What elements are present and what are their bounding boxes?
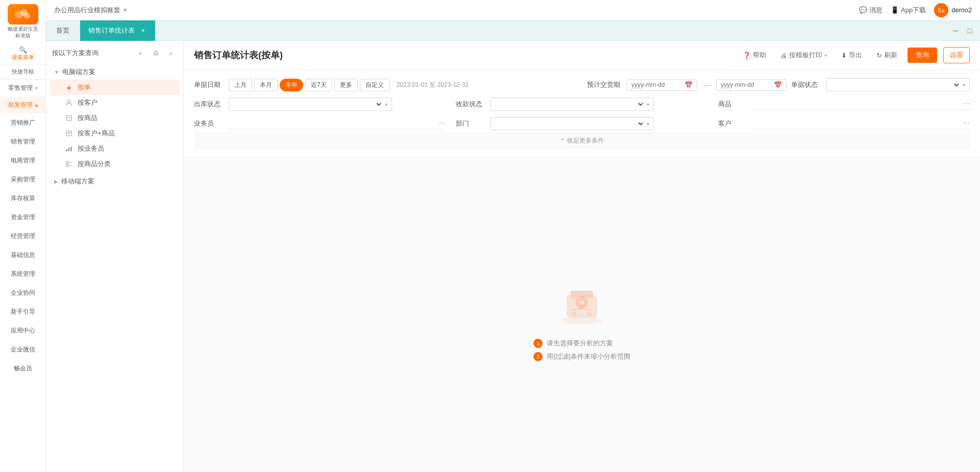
sidebar-item-ecommerce[interactable]: 电商管理	[0, 151, 45, 170]
page-title: 销售订单统计表(按单)	[194, 49, 283, 61]
collapse-panel-button[interactable]: «	[165, 47, 177, 59]
page-header-actions: ❓ 帮助 🖨 按模板打印 ▾ ⬇ 导出 ↻	[739, 47, 970, 63]
scheme-label-product: 按商品	[78, 113, 97, 123]
salesman-more-icon[interactable]: ···	[439, 119, 446, 128]
calendar-start-icon: 📅	[684, 81, 693, 89]
sidebar-item-marketing[interactable]: 营销推广	[0, 113, 45, 132]
goods-input[interactable]	[753, 100, 963, 107]
date-filter-group: 单据日期 上月 本月 本年 近7天 更多 自定义 2023-01-01 至 20…	[194, 79, 577, 91]
help-button[interactable]: ❓ 帮助	[739, 49, 770, 62]
sidebar-item-basics[interactable]: 基础信息	[0, 246, 45, 265]
sidebar-item-appcenter[interactable]: 应用中心	[0, 321, 45, 340]
user-profile[interactable]: Ea demo2	[934, 3, 972, 17]
scheme-label-order: 按单	[78, 83, 91, 92]
status-select[interactable]	[830, 81, 961, 89]
svg-point-2	[24, 13, 30, 19]
pay-status-select-wrap[interactable]: ▾	[491, 98, 654, 111]
expected-date-end[interactable]: 📅	[716, 79, 787, 91]
ship-status-select-wrap[interactable]: ▾	[229, 98, 392, 111]
pc-scheme-group-header[interactable]: ▼ 电脑端方案	[50, 64, 179, 80]
empty-tip-2: 2 用[过滤]条件来缩小分析范围	[533, 352, 630, 361]
sidebar-item-finance[interactable]: 资金管理	[0, 208, 45, 227]
svg-rect-12	[66, 161, 68, 163]
pay-status-select[interactable]	[495, 100, 645, 108]
sidebar-item-retail[interactable]: 零售管理 ▾	[0, 80, 45, 97]
collapse-bar[interactable]: ⌃ 收起更多条件	[194, 132, 970, 149]
active-tab[interactable]: 销售订单统计表 ×	[80, 20, 155, 41]
pay-dropdown-icon: ▾	[647, 102, 649, 107]
mobile-scheme-group-header[interactable]: ▶ 移动端方案	[50, 174, 179, 189]
logo: 畅捷通好生意 标准版	[0, 0, 45, 43]
dept-dropdown-icon: ▾	[647, 121, 649, 127]
scheme-item-by-product[interactable]: 按商品	[50, 110, 179, 126]
sidebar-item-member[interactable]: 畅会员	[0, 359, 45, 378]
sidebar-item-newbie[interactable]: 新手引导	[0, 302, 45, 321]
expected-date-end-input[interactable]	[721, 81, 772, 88]
query-button[interactable]: 查询	[908, 48, 937, 63]
export-button[interactable]: ⬇ 导出	[837, 49, 866, 62]
date-btn-custom[interactable]: 自定义	[360, 79, 389, 91]
minimize-button[interactable]: ─	[949, 25, 962, 37]
tip-text-1: 请先选择要分析的方案	[547, 339, 613, 348]
date-range-display: 2023-01-01 至 2023-12-31	[397, 81, 469, 89]
date-btn-7-days[interactable]: 近7天	[305, 79, 332, 91]
sidebar-item-system[interactable]: 系统管理	[0, 265, 45, 284]
sidebar-item-operations[interactable]: 经营管理	[0, 227, 45, 246]
sidebar-item-inventory[interactable]: 库存核算	[0, 189, 45, 208]
customer-input[interactable]	[753, 120, 963, 127]
tab-close-button[interactable]: ×	[139, 27, 147, 35]
download-label: App下载	[901, 6, 926, 15]
status-dropdown-icon: ▾	[963, 82, 965, 88]
filter-row-3: 业务员 ··· 部门 ▾	[194, 117, 970, 130]
app-download-action[interactable]: 📱 App下载	[891, 6, 926, 15]
home-tab[interactable]: 首页	[46, 20, 80, 41]
date-btn-more[interactable]: 更多	[334, 79, 358, 91]
expected-date-start-input[interactable]	[631, 81, 682, 88]
print-button[interactable]: 🖨 按模板打印 ▾	[776, 49, 831, 62]
left-panel-title: 按以下方案查询	[52, 49, 99, 58]
svg-rect-10	[68, 148, 70, 151]
sidebar-item-wechat[interactable]: 企业微信	[0, 340, 45, 359]
home-tab-label: 首页	[56, 26, 69, 35]
settings-scheme-button[interactable]: ⚙	[150, 47, 162, 59]
scheme-item-by-customer[interactable]: 按客户	[50, 95, 179, 110]
status-select-wrap[interactable]: ▾	[826, 78, 970, 91]
expected-date-start[interactable]: 📅	[627, 79, 697, 91]
help-icon: ❓	[743, 52, 751, 59]
quick-nav-item[interactable]: 快捷导航	[0, 65, 45, 79]
settings-button[interactable]: 设置	[943, 47, 970, 63]
pay-status-label: 收款状态	[456, 100, 486, 109]
message-icon: 💬	[859, 6, 867, 14]
dropdown-arrow[interactable]: ▾	[124, 6, 127, 14]
sidebar-item-purchase[interactable]: 采购管理	[0, 170, 45, 189]
quick-nav-label: 快捷导航	[4, 68, 41, 76]
dept-select-wrap[interactable]: ▾	[491, 117, 654, 130]
message-action[interactable]: 💬 消息	[859, 6, 883, 15]
scheme-icon-customer	[64, 98, 74, 107]
sidebar-item-enterprise[interactable]: 企业协同	[0, 284, 45, 302]
dept-select[interactable]	[495, 120, 645, 128]
refresh-button[interactable]: ↻ 刷新	[872, 49, 901, 62]
customer-input-wrap: ···	[753, 119, 970, 129]
date-btn-this-month[interactable]: 本月	[254, 79, 278, 91]
goods-more-icon[interactable]: ···	[963, 99, 970, 108]
scheme-item-by-customer-product[interactable]: 按客户+商品	[50, 126, 179, 141]
scheme-item-by-order[interactable]: ● 按单	[50, 80, 179, 95]
scheme-item-by-salesman[interactable]: 按业务员	[50, 141, 179, 156]
sidebar-item-sales[interactable]: 销售管理	[0, 132, 45, 151]
customer-label: 客户	[718, 119, 749, 128]
date-filter-label: 单据日期	[194, 80, 225, 89]
scheme-icon-category	[64, 159, 74, 169]
maximize-button[interactable]: □	[964, 25, 976, 37]
ship-status-select[interactable]	[233, 100, 383, 108]
mobile-expand-icon: ▶	[54, 179, 58, 184]
scheme-item-by-category[interactable]: 按商品分类	[50, 156, 179, 172]
salesman-input[interactable]	[229, 120, 439, 127]
customer-more-icon[interactable]: ···	[963, 119, 970, 128]
main-area: 办公用品行业模拟账套 ▾ 💬 消息 📱 App下载 Ea demo2 首页	[46, 0, 980, 472]
date-btn-this-year[interactable]: 本年	[280, 79, 303, 91]
add-scheme-button[interactable]: +	[134, 47, 146, 59]
search-menu-item[interactable]: 🔍 搜索菜单	[0, 43, 45, 65]
date-btn-last-month[interactable]: 上月	[229, 79, 252, 91]
sidebar-item-wholesale[interactable]: 批发管理 ▴	[0, 97, 45, 113]
